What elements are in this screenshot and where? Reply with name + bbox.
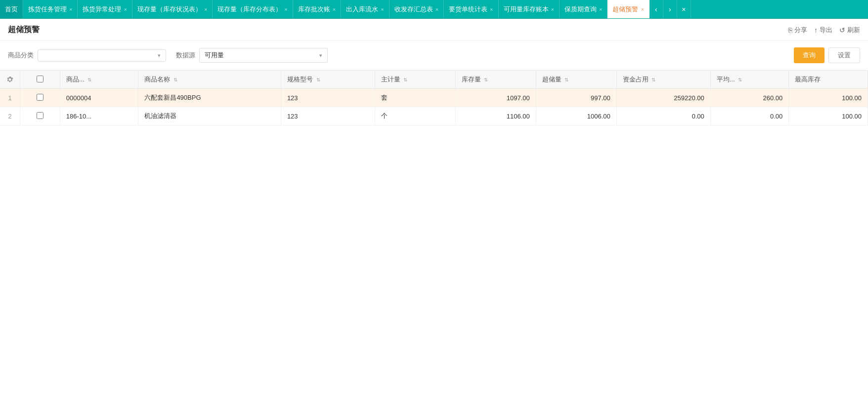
query-button[interactable]: 查询: [794, 47, 825, 63]
main-table: 商品... ⇅ 商品名称 ⇅ 规格型号 ⇅ 主计量 ⇅: [0, 70, 868, 125]
export-button[interactable]: ↑ 导出: [814, 26, 832, 35]
sort-spec-icon: ⇅: [316, 77, 320, 82]
col-overstock-qty[interactable]: 超储量 ⇅: [536, 71, 616, 89]
nav-inout-flow[interactable]: 出入库流水 ×: [341, 0, 389, 18]
select-all-checkbox[interactable]: [37, 76, 43, 82]
nav-avail-account[interactable]: 可用量库存账本 ×: [499, 0, 560, 18]
nav-overstock-warn[interactable]: 超储预警 ×: [608, 0, 649, 18]
category-filter: 商品分类 ▾: [8, 49, 166, 62]
row-capital-used: 0.00: [616, 107, 710, 125]
col-max-stock[interactable]: 最高库存: [789, 71, 868, 89]
header-actions: ⎘ 分享 ↑ 导出 ↺ 刷新: [788, 26, 860, 35]
col-unit[interactable]: 主计量 ⇅: [375, 71, 455, 89]
row-stock-qty: 1106.00: [455, 107, 536, 125]
col-stock-qty[interactable]: 库存量 ⇅: [455, 71, 536, 89]
row-avg: 260.00: [710, 89, 789, 107]
sort-product-name-icon: ⇅: [174, 77, 177, 82]
gear-column-icon: [6, 76, 14, 83]
row-overstock-qty: 997.00: [536, 89, 616, 107]
table-container: 商品... ⇅ 商品名称 ⇅ 规格型号 ⇅ 主计量 ⇅: [0, 70, 868, 125]
share-icon: ⎘: [788, 26, 792, 34]
close-avail-account[interactable]: ×: [551, 6, 554, 12]
row-checkbox-cell[interactable]: [20, 89, 60, 107]
filter-buttons: 查询 设置: [794, 47, 860, 63]
datasource-select-value: 可用量: [205, 51, 224, 60]
row-product-name: 六配套新昌490BPG: [138, 89, 281, 107]
category-chevron-icon: ▾: [158, 52, 161, 59]
top-navigation: 首页 拣货任务管理 × 拣货异常处理 × 现存量（库存状况表） × 现存量（库存…: [0, 0, 868, 19]
page-container: 超储预警 ⎘ 分享 ↑ 导出 ↺ 刷新 商品分类 ▾ 数据源: [0, 19, 868, 395]
refresh-icon: ↺: [839, 26, 845, 34]
row-checkbox[interactable]: [37, 94, 43, 101]
sort-overstock-qty-icon: ⇅: [564, 77, 568, 82]
datasource-filter: 数据源 可用量 ▾: [176, 48, 328, 63]
category-label: 商品分类: [8, 51, 34, 60]
export-icon: ↑: [814, 26, 818, 34]
close-task-mgmt[interactable]: ×: [69, 6, 72, 12]
row-avg: 0.00: [710, 107, 789, 125]
row-product-code: 0000004: [60, 89, 138, 107]
row-max-stock: 100.00: [789, 89, 868, 107]
col-avg[interactable]: 平均... ⇅: [710, 71, 789, 89]
datasource-select[interactable]: 可用量 ▾: [199, 48, 328, 63]
nav-batch-account[interactable]: 库存批次账 ×: [293, 0, 341, 18]
close-inout-flow[interactable]: ×: [381, 6, 384, 12]
col-spec[interactable]: 规格型号 ⇅: [281, 71, 375, 89]
row-unit: 套: [375, 89, 455, 107]
table-header-row: 商品... ⇅ 商品名称 ⇅ 规格型号 ⇅ 主计量 ⇅: [0, 71, 868, 89]
nav-stock-status[interactable]: 现存量（库存状况表） ×: [132, 0, 213, 18]
table-body: 1 0000004 六配套新昌490BPG 123 套 1097.00 997.…: [0, 89, 868, 125]
close-abnormal[interactable]: ×: [124, 6, 127, 12]
table-row: 2 186-10... 机油滤清器 123 个 1106.00 1006.00 …: [0, 107, 868, 125]
page-header: 超储预警 ⎘ 分享 ↑ 导出 ↺ 刷新: [0, 19, 868, 40]
row-index: 1: [0, 89, 20, 107]
nav-order-stats[interactable]: 要货单统计表 ×: [444, 0, 498, 18]
page-title: 超储预警: [8, 25, 40, 35]
sort-product-code-icon: ⇅: [87, 77, 91, 82]
close-stock-status[interactable]: ×: [204, 6, 207, 12]
datasource-label: 数据源: [176, 51, 195, 60]
close-stock-dist[interactable]: ×: [284, 6, 287, 12]
datasource-chevron-icon: ▾: [319, 52, 322, 59]
nav-next-arrow[interactable]: ›: [663, 0, 677, 18]
filter-bar: 商品分类 ▾ 数据源 可用量 ▾ 查询 设置: [0, 40, 868, 70]
nav-stock-dist[interactable]: 现存量（库存分布表） ×: [213, 0, 293, 18]
nav-abnormal[interactable]: 拣货异常处理 ×: [78, 0, 132, 18]
row-capital-used: 259220.00: [616, 89, 710, 107]
col-checkbox-header[interactable]: [20, 71, 60, 89]
col-gear[interactable]: [0, 71, 20, 89]
share-button[interactable]: ⎘ 分享: [788, 26, 807, 35]
settings-button[interactable]: 设置: [828, 47, 860, 63]
row-overstock-qty: 1006.00: [536, 107, 616, 125]
close-order-stats[interactable]: ×: [490, 6, 493, 12]
sort-capital-used-icon: ⇅: [651, 77, 655, 82]
nav-prev-arrow[interactable]: ‹: [650, 0, 663, 18]
sort-unit-icon: ⇅: [403, 77, 407, 82]
row-max-stock: 100.00: [789, 107, 868, 125]
row-checkbox[interactable]: [37, 112, 43, 119]
row-unit: 个: [375, 107, 455, 125]
close-quality-check[interactable]: ×: [599, 6, 602, 12]
row-index: 2: [0, 107, 20, 125]
sort-avg-icon: ⇅: [738, 77, 742, 82]
sort-stock-qty-icon: ⇅: [484, 77, 488, 82]
nav-quality-check[interactable]: 保质期查询 ×: [560, 0, 608, 18]
refresh-button[interactable]: ↺ 刷新: [839, 26, 860, 35]
category-select[interactable]: ▾: [38, 49, 166, 62]
nav-task-mgmt[interactable]: 拣货任务管理 ×: [23, 0, 78, 18]
col-product-code[interactable]: 商品... ⇅: [60, 71, 138, 89]
close-batch-account[interactable]: ×: [333, 6, 336, 12]
nav-recv-send[interactable]: 收发存汇总表 ×: [390, 0, 444, 18]
row-product-code: 186-10...: [60, 107, 138, 125]
col-capital-used[interactable]: 资金占用 ⇅: [616, 71, 710, 89]
nav-home[interactable]: 首页: [0, 0, 23, 18]
row-checkbox-cell[interactable]: [20, 107, 60, 125]
row-product-name: 机油滤清器: [138, 107, 281, 125]
row-stock-qty: 1097.00: [455, 89, 536, 107]
col-product-name[interactable]: 商品名称 ⇅: [138, 71, 281, 89]
close-recv-send[interactable]: ×: [435, 6, 438, 12]
nav-more-arrow[interactable]: ×: [677, 0, 691, 18]
table-row: 1 0000004 六配套新昌490BPG 123 套 1097.00 997.…: [0, 89, 868, 107]
close-overstock-warn[interactable]: ×: [641, 6, 644, 12]
row-spec: 123: [281, 89, 375, 107]
